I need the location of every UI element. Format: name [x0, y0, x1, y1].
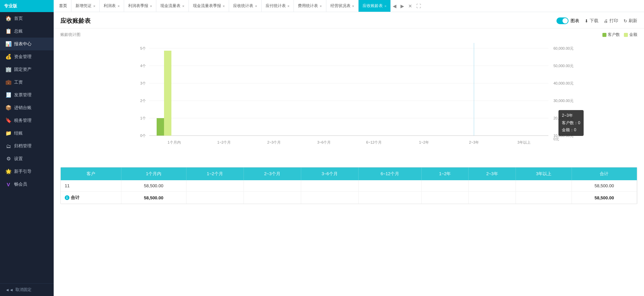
- svg-text:20,000.00元: 20,000.00元: [553, 116, 574, 120]
- tab-profit[interactable]: 利润表 ×: [100, 0, 124, 12]
- tab-expense-close[interactable]: ×: [320, 4, 322, 8]
- tab-ar-aging-close[interactable]: ×: [384, 4, 386, 8]
- tab-prev-btn[interactable]: ◀: [391, 0, 398, 12]
- table-header-row: 客户 1个月内 1~2个月 2~3个月 3~6个月 6~12个月 1~2年 2~…: [61, 167, 637, 180]
- col-month612: 6~12个月: [358, 167, 421, 180]
- tab-cashflow-label: 现金流量表: [160, 3, 180, 9]
- sidebar-pin-toggle[interactable]: ◄◄ 取消固定: [0, 283, 54, 296]
- sidebar-item-salary[interactable]: 💼 工资: [0, 76, 54, 89]
- footer-icon: Σ: [65, 195, 69, 200]
- chart-area: 账龄统计图 客户数 金额 5个 4个 3个 2个 1个: [54, 29, 644, 164]
- ledger-icon: 📋: [5, 28, 11, 34]
- svg-text:50,000.00元: 50,000.00元: [553, 64, 574, 68]
- svg-text:30,000.00元: 30,000.00元: [553, 99, 574, 103]
- tab-ap-stat[interactable]: 应付统计表 ×: [262, 0, 294, 12]
- chart-toggle[interactable]: 图表: [556, 17, 579, 24]
- page-content-area: 应收账龄表 图表 ⬇ 下载 🖨 打印 ↻ 刷新: [54, 12, 644, 296]
- sidebar-item-vip[interactable]: V 畅会员: [0, 178, 54, 191]
- svg-text:1~2年: 1~2年: [419, 140, 429, 144]
- tab-expense-label: 费用统计表: [298, 3, 318, 9]
- download-label: 下载: [590, 18, 598, 24]
- bar-amount-1: [164, 51, 171, 136]
- tab-voucher-close[interactable]: ×: [93, 4, 95, 8]
- svg-text:2~3个月: 2~3个月: [267, 140, 281, 144]
- tab-cashflow-close[interactable]: ×: [182, 4, 184, 8]
- tab-profit-q[interactable]: 利润表季报 ×: [124, 0, 156, 12]
- sidebar-item-tax[interactable]: 🔖 税务管理: [0, 114, 54, 127]
- sidebar-label-vip: 畅会员: [14, 181, 27, 187]
- tab-close-all-btn[interactable]: ✕: [406, 0, 414, 12]
- tab-ar-stat-close[interactable]: ×: [255, 4, 257, 8]
- print-icon: 🖨: [604, 18, 608, 23]
- tab-profit-q-close[interactable]: ×: [150, 4, 152, 8]
- svg-text:5个: 5个: [140, 46, 146, 50]
- svg-text:1~2个月: 1~2个月: [217, 140, 231, 144]
- tab-ap-stat-close[interactable]: ×: [287, 4, 289, 8]
- sidebar-label-assets: 固定资产: [14, 66, 32, 72]
- sidebar-item-settings[interactable]: ⚙ 设置: [0, 152, 54, 165]
- pin-label: 取消固定: [15, 287, 32, 293]
- sidebar-item-settle[interactable]: 📁 结账: [0, 127, 54, 140]
- legend-customer-label: 客户数: [608, 32, 620, 38]
- sidebar-item-ledger[interactable]: 📋 总账: [0, 25, 54, 38]
- refresh-icon: ↻: [624, 18, 627, 23]
- sidebar-item-guide[interactable]: 🌟 新手引导: [0, 165, 54, 178]
- cell-year23: [469, 180, 516, 192]
- table-row: 11 58,500.00 58,500.00: [61, 180, 637, 192]
- tab-ar-stat[interactable]: 应收统计表 ×: [229, 0, 261, 12]
- footer-month612: [358, 192, 421, 204]
- sidebar-item-home[interactable]: 🏠 首页: [0, 12, 54, 25]
- tab-voucher[interactable]: 新增凭证 ×: [71, 0, 100, 12]
- sidebar-label-settings: 设置: [14, 156, 23, 162]
- tab-operations[interactable]: 经营状况表 ×: [326, 0, 359, 12]
- print-btn[interactable]: 🖨 打印: [604, 18, 618, 24]
- tab-next-btn[interactable]: ▶: [398, 0, 406, 12]
- sidebar-label-archive: 归档管理: [14, 143, 32, 149]
- sidebar-label-funds: 资金管理: [14, 54, 32, 60]
- app-logo: 专业版: [0, 0, 54, 12]
- tab-expense[interactable]: 费用统计表 ×: [294, 0, 326, 12]
- tab-home[interactable]: 首页: [55, 0, 71, 12]
- download-btn[interactable]: ⬇ 下载: [585, 18, 598, 24]
- svg-text:3个: 3个: [140, 81, 146, 85]
- legend-amount-label: 金额: [629, 32, 637, 38]
- cell-month612: [358, 180, 421, 192]
- aging-table: 客户 1个月内 1~2个月 2~3个月 3~6个月 6~12个月 1~2年 2~…: [61, 167, 637, 204]
- sidebar-item-assets[interactable]: 🏢 固定资产: [0, 63, 54, 76]
- sidebar-label-home: 首页: [14, 15, 23, 21]
- toggle-track[interactable]: [556, 17, 569, 24]
- bar-customer-1: [157, 118, 164, 136]
- tab-fullscreen-btn[interactable]: ⛶: [414, 0, 423, 12]
- sidebar-label-ledger: 总账: [14, 28, 23, 34]
- svg-text:1个月内: 1个月内: [167, 140, 180, 144]
- footer-month36: [301, 192, 358, 204]
- col-year23: 2~3年: [469, 167, 516, 180]
- sidebar-item-invoice[interactable]: 🧾 发票管理: [0, 89, 54, 101]
- sidebar-item-archive[interactable]: 🗂 归档管理: [0, 140, 54, 152]
- header-actions: 图表 ⬇ 下载 🖨 打印 ↻ 刷新: [556, 17, 637, 24]
- tab-cashflow[interactable]: 现金流量表 ×: [156, 0, 189, 12]
- sidebar-item-reports[interactable]: 📊 报表中心: [0, 38, 54, 50]
- svg-text:1个: 1个: [140, 116, 146, 120]
- svg-text:2~3年: 2~3年: [469, 140, 479, 144]
- cell-month12: [186, 180, 244, 192]
- sidebar-item-funds[interactable]: 💰 资金管理: [0, 50, 54, 63]
- sidebar-label-salary: 工资: [14, 79, 23, 85]
- tab-cashflow-q-close[interactable]: ×: [223, 4, 225, 8]
- svg-text:40,000.00元: 40,000.00元: [553, 81, 574, 85]
- footer-month1: 58,500.00: [121, 192, 186, 204]
- download-icon: ⬇: [585, 18, 588, 23]
- col-customer: 客户: [61, 167, 121, 180]
- chart-legend: 客户数 金额: [602, 32, 637, 38]
- tab-profit-close[interactable]: ×: [117, 4, 119, 8]
- sidebar-item-sales[interactable]: 📦 进销台账: [0, 101, 54, 114]
- tab-cashflow-q[interactable]: 现金流量表季报 ×: [189, 0, 229, 12]
- refresh-label: 刷新: [629, 18, 637, 24]
- tab-operations-close[interactable]: ×: [352, 4, 354, 8]
- col-total: 合计: [572, 167, 637, 180]
- refresh-btn[interactable]: ↻ 刷新: [624, 18, 637, 24]
- col-month23: 2~3个月: [244, 167, 301, 180]
- tab-ar-aging[interactable]: 应收账龄表 ×: [359, 0, 391, 12]
- reports-icon: 📊: [5, 41, 11, 47]
- tab-cashflow-q-label: 现金流量表季报: [193, 3, 221, 9]
